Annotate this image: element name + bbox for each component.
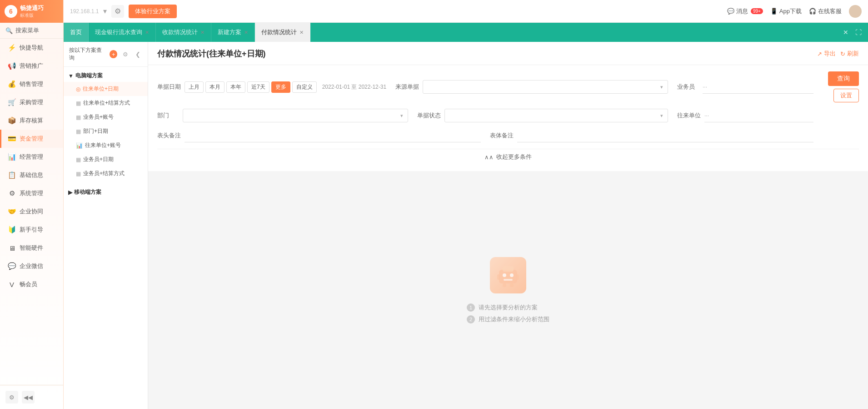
page-header: 付款情况统计(往来单位+日期) ↗ 导出 ↻ 刷新 [148, 42, 868, 65]
plan-item-partner-settle[interactable]: ▦ 往来单位+结算方式 [64, 96, 148, 110]
filter-right-col: 查询 设置 [823, 71, 859, 102]
topbar: 192.168.1.1 ▾ ⚙ 体验行业方案 💬 消息 99+ 📱 App下载 … [64, 0, 868, 23]
this-year-btn[interactable]: 本年 [226, 81, 245, 93]
topbar-chevron[interactable]: ▾ [103, 7, 107, 15]
plan-item-partner-date[interactable]: ◎ 往来单位+日期 [64, 82, 148, 96]
search-label: 搜索菜单 [15, 26, 39, 35]
svg-rect-1 [503, 266, 514, 272]
tab-receipt-stats[interactable]: 收款情况统计 ✕ [156, 23, 211, 42]
collapse-filter-btn[interactable]: ∧∧ 收起更多条件 [157, 149, 859, 165]
service-icon: 🎧 [809, 8, 816, 15]
wechat-icon: 💬 [8, 262, 16, 270]
tab-payment-stats-label: 付款情况统计 [261, 28, 297, 36]
filter-partner: 往来单位 ··· [677, 109, 813, 122]
online-service-btn[interactable]: 🎧 在线客服 [809, 7, 842, 15]
sidebar-item-purchase[interactable]: 🛒采购管理 [0, 93, 63, 111]
more-btn[interactable]: 更多 [271, 81, 290, 93]
empty-area: 1 请先选择要分析的方案 2 用过滤条件来缩小分析范围 [148, 171, 868, 409]
sidebar-item-base-info[interactable]: 📋基础信息 [0, 166, 63, 184]
table-body-note-label: 表体备注 [490, 131, 514, 140]
sidebar-collapse-btn[interactable]: ◀◀ [22, 391, 35, 404]
page-header-top: 付款情况统计(往来单位+日期) ↗ 导出 ↻ 刷新 [157, 48, 859, 59]
sidebar-item-member[interactable]: V畅会员 [0, 275, 63, 293]
sidebar-item-system[interactable]: ⚙系统管理 [0, 184, 63, 202]
dept-select[interactable]: ▾ [183, 109, 408, 122]
message-btn[interactable]: 💬 消息 99+ [727, 7, 763, 15]
sidebar-item-inventory[interactable]: 📦库存核算 [0, 111, 63, 130]
filter-source: 来源单据 ▾ [395, 80, 668, 94]
svg-rect-6 [516, 274, 519, 280]
operations-icon: 📊 [8, 153, 16, 161]
filter-row-3: 表头备注 表体备注 [157, 129, 859, 142]
plan-item-staff-settle[interactable]: ▦ 业务员+结算方式 [64, 167, 148, 181]
tab-payment-stats-close[interactable]: ✕ [299, 30, 304, 35]
sidebar-item-sales[interactable]: 💰销售管理 [0, 75, 63, 93]
topbar-settings-btn[interactable]: ⚙ [111, 5, 124, 18]
add-plan-btn[interactable]: + [110, 50, 117, 58]
app-download-btn[interactable]: 📱 App下载 [770, 7, 802, 15]
sidebar-settings-btn[interactable]: ⚙ [5, 391, 18, 404]
sidebar-item-enterprise[interactable]: 🤝企业协同 [0, 202, 63, 221]
quick-nav-icon: ⚡ [8, 44, 16, 52]
right-panel: 付款情况统计(往来单位+日期) ↗ 导出 ↻ 刷新 [148, 42, 868, 409]
tab-bank-flow-close[interactable]: ✕ [145, 30, 149, 35]
tab-bank-flow[interactable]: 现金银行流水查询 ✕ [89, 23, 156, 42]
tab-home[interactable]: 首页 [64, 23, 89, 42]
plan-item-staff-date[interactable]: ▦ 业务员+日期 [64, 152, 148, 167]
trial-button[interactable]: 体验行业方案 [129, 5, 177, 18]
expand-btn[interactable]: ⛶ [853, 26, 864, 38]
svg-rect-0 [499, 270, 517, 283]
sidebar-item-guide[interactable]: 🔰新手引导 [0, 221, 63, 239]
hint2-num: 2 [467, 315, 475, 323]
last-month-btn[interactable]: 上月 [185, 81, 204, 93]
set-button[interactable]: 设置 [833, 89, 859, 102]
sidebar-item-operations[interactable]: 📊经营管理 [0, 148, 63, 166]
table-body-note-input[interactable] [517, 129, 813, 142]
page-actions: ↗ 导出 ↻ 刷新 [817, 50, 859, 58]
empty-hint-1: 1 请先选择要分析的方案 [467, 303, 549, 312]
source-select[interactable]: ▾ [423, 80, 668, 94]
table-header-note-label: 表头备注 [157, 131, 181, 140]
panel-collapse-btn[interactable]: ❮ [134, 50, 142, 59]
plan-item-partner-account[interactable]: 📊 往来单位+账号 [64, 138, 148, 152]
user-avatar[interactable] [849, 5, 862, 18]
mobile-plan-group-header[interactable]: ▶ 移动端方案 [64, 186, 148, 198]
sidebar-item-capital[interactable]: 💳资金管理 [0, 130, 63, 148]
custom-btn[interactable]: 自定义 [292, 81, 317, 93]
close-all-btn[interactable]: ✕ [840, 26, 852, 38]
tabbar: 首页 现金银行流水查询 ✕ 收款情况统计 ✕ 新建方案 ✕ 付款情况统计 ✕ ✕… [64, 23, 868, 42]
staff-account-label: 业务员+账号 [83, 113, 114, 121]
content: 按以下方案查询 + ⚙ ❮ ▼ 电脑端方案 ◎ 往来单位+日期 ▦ 往来单位+结… [64, 42, 868, 409]
plan-item-staff-account[interactable]: ▦ 业务员+账号 [64, 110, 148, 124]
doc-status-select[interactable]: ▾ [444, 109, 668, 122]
table-header-note-input[interactable] [185, 129, 481, 142]
dept-date-icon: ▦ [76, 128, 81, 135]
sidebar-item-wechat[interactable]: 💬企业微信 [0, 257, 63, 275]
dept-label: 部门 [157, 111, 179, 120]
capital-icon: 💳 [8, 135, 16, 143]
tab-payment-stats[interactable]: 付款情况统计 ✕ [255, 23, 310, 42]
query-button[interactable]: 查询 [828, 71, 859, 86]
search-menu[interactable]: 🔍 搜索菜单 [0, 23, 63, 39]
plan-settings-btn[interactable]: ⚙ [121, 50, 130, 59]
sidebar-item-quick-nav[interactable]: ⚡快捷导航 [0, 39, 63, 57]
tab-receipt-stats-close[interactable]: ✕ [200, 30, 205, 35]
staff-settle-label: 业务员+结算方式 [83, 170, 125, 177]
sidebar-item-marketing[interactable]: 📢营销推广 [0, 57, 63, 75]
tab-bank-flow-label: 现金银行流水查询 [95, 28, 142, 36]
desktop-plan-group-header[interactable]: ▼ 电脑端方案 [64, 70, 148, 82]
desktop-group-label: 电脑端方案 [75, 72, 103, 80]
sidebar-item-hardware[interactable]: 🖥智能硬件 [0, 239, 63, 257]
tab-new-plan[interactable]: 新建方案 ✕ [211, 23, 255, 42]
tab-new-plan-close[interactable]: ✕ [244, 30, 248, 35]
empty-hint-2: 2 用过滤条件来缩小分析范围 [467, 315, 549, 323]
marketing-icon: 📢 [8, 62, 16, 70]
staff-date-icon: ▦ [76, 157, 81, 163]
this-month-btn[interactable]: 本月 [205, 81, 224, 93]
export-btn[interactable]: ↗ 导出 [817, 50, 836, 58]
member-icon: V [8, 280, 16, 288]
purchase-icon: 🛒 [8, 98, 16, 106]
last-7-btn[interactable]: 近7天 [247, 81, 269, 93]
plan-item-dept-date[interactable]: ▦ 部门+日期 [64, 124, 148, 138]
refresh-btn[interactable]: ↻ 刷新 [840, 50, 859, 58]
